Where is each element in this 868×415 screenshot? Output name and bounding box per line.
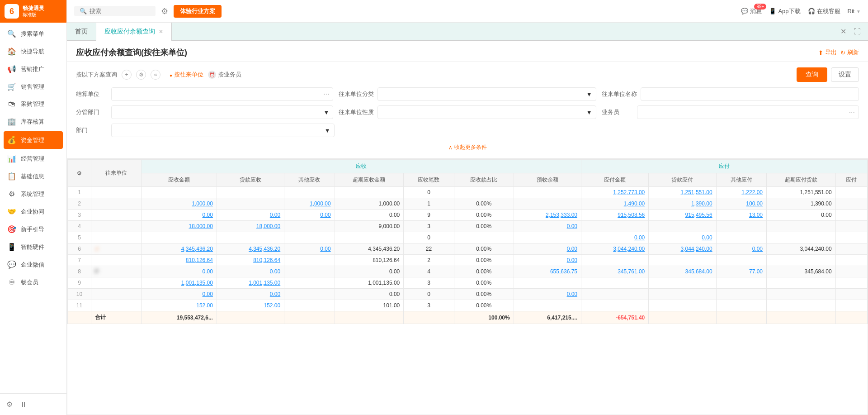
marketing-icon: 📢 bbox=[7, 65, 16, 73]
collapse-label: 收起更多条件 bbox=[454, 143, 487, 151]
sidebar-item-basic[interactable]: 📋基础信息 bbox=[0, 167, 66, 185]
sidebar-item-label-search: 搜索菜单 bbox=[21, 30, 44, 38]
table-row: 10 0.00 0.00 0.00 0 0.00% 0.00 bbox=[68, 289, 868, 300]
yewuyuan-input[interactable]: ··· bbox=[637, 105, 859, 119]
bumen-label: 部门 bbox=[76, 126, 108, 134]
corp-icon: 🤝 bbox=[7, 207, 16, 216]
th-gear[interactable]: ⚙ bbox=[68, 160, 91, 187]
laiwei-fenlei-input[interactable]: ▼ bbox=[377, 87, 596, 101]
page-settings-button[interactable]: 设置 bbox=[831, 67, 859, 82]
app-label: App下载 bbox=[778, 7, 800, 15]
query-button[interactable]: 查询 bbox=[797, 67, 827, 82]
service-icon: 🎧 bbox=[808, 8, 815, 14]
message-button[interactable]: 💬 消息 99+ bbox=[741, 7, 762, 15]
online-service-button[interactable]: 🎧 在线客服 bbox=[808, 7, 840, 15]
purchase-icon: 🛍 bbox=[7, 100, 16, 108]
header-search-box[interactable]: 🔍 bbox=[74, 6, 156, 16]
logo-icon: 6 bbox=[5, 4, 19, 19]
yewuyuan-label: 业务员 bbox=[602, 108, 633, 116]
bumen-input[interactable]: ▼ bbox=[111, 124, 335, 137]
sidebar-item-member[interactable]: ♾畅会员 bbox=[0, 273, 66, 291]
sidebar-item-label-purchase: 采购管理 bbox=[21, 100, 44, 108]
sidebar-bottom: ⚙ ⏸ bbox=[0, 393, 66, 415]
th-unit: 往来单位 bbox=[91, 160, 142, 187]
footer-ar-ratio: 100.00% bbox=[454, 311, 514, 324]
sidebar-collapse-button[interactable]: ⏸ bbox=[18, 399, 29, 410]
table-row: 4 18,000.00 18,000.00 9,000.00 3 0.00% 0… bbox=[68, 221, 868, 232]
sidebar-item-corp[interactable]: 🤝企业协同 bbox=[0, 203, 66, 220]
scheme-by-staff-label: 按业务员 bbox=[218, 71, 241, 79]
export-label: 导出 bbox=[825, 48, 837, 57]
tab-home[interactable]: 首页 bbox=[67, 23, 96, 41]
table-row: 7 810,126.64 810,126.64 810,126.64 2 0.0… bbox=[68, 255, 868, 266]
sidebar-item-system[interactable]: ⚙系统管理 bbox=[0, 185, 66, 203]
filter-row-2: 分管部门 ▼ 往来单位性质 ▼ 业务员 ··· bbox=[76, 105, 859, 119]
table-row: 5 0 0.00 0.00 bbox=[68, 232, 868, 243]
th-ap-amount: 应付金额 bbox=[581, 173, 649, 187]
tab-ar-ap-label: 应收应付余额查询 bbox=[104, 28, 155, 36]
settings-icon[interactable]: ⚙ bbox=[161, 6, 168, 16]
table-row: 8 P 0.00 0.00 0.00 4 0.00% 655,636.75 34… bbox=[68, 266, 868, 277]
sales-icon: 🛒 bbox=[7, 82, 16, 91]
sidebar-item-inventory[interactable]: 🏢库存核算 bbox=[0, 113, 66, 130]
table-row: 11 152.00 152.00 101.00 3 0.00% bbox=[68, 300, 868, 311]
th-ar-other: 其他应收 bbox=[284, 173, 335, 187]
chevron-fenlei-icon: ▼ bbox=[586, 91, 592, 98]
inventory-icon: 🏢 bbox=[7, 117, 16, 126]
filter-settings-button[interactable]: ⚙ bbox=[136, 70, 146, 80]
jiesuan-input[interactable]: ··· bbox=[111, 87, 333, 101]
footer-ar-loan bbox=[217, 311, 284, 324]
footer-ar-overdue bbox=[335, 311, 404, 324]
sidebar-item-guide[interactable]: 🎯新手引导 bbox=[0, 220, 66, 238]
filter-schemes: ● 按往来单位 ⏰ 按业务员 bbox=[170, 71, 241, 79]
th-ar-count: 应收笔数 bbox=[404, 173, 454, 187]
header-right: 💬 消息 99+ 📱 App下载 🎧 在线客服 Rit ▼ bbox=[741, 7, 861, 15]
refresh-button[interactable]: ↻ 刷新 bbox=[840, 48, 859, 57]
export-button[interactable]: ⬆ 导出 bbox=[818, 48, 837, 57]
table-row: 1 0 1,252,773.00 1,251,551.00 1,222.00 1… bbox=[68, 187, 868, 198]
fenguan-input[interactable]: ▼ bbox=[111, 105, 333, 119]
chevron-xingzhi-icon: ▼ bbox=[586, 109, 592, 116]
tab-close-icon[interactable]: ✕ bbox=[159, 29, 163, 35]
basic-icon: 📋 bbox=[7, 172, 16, 181]
business-icon: 📊 bbox=[7, 154, 16, 163]
search-input[interactable] bbox=[90, 8, 144, 14]
collapse-more-button[interactable]: ∧ 收起更多条件 bbox=[76, 142, 859, 153]
sidebar-item-quick[interactable]: 🏠快捷导航 bbox=[0, 43, 66, 60]
export-icon: ⬆ bbox=[818, 49, 823, 56]
user-profile[interactable]: Rit ▼ bbox=[848, 8, 861, 14]
th-ar-group: 应收 bbox=[142, 160, 581, 173]
scheme-by-unit[interactable]: ● 按往来单位 bbox=[170, 71, 203, 79]
filter-collapse-button[interactable]: « bbox=[151, 70, 160, 80]
sidebar-item-business[interactable]: 📊经营管理 bbox=[0, 150, 66, 167]
sidebar-item-wechat[interactable]: 💬企业微信 bbox=[0, 256, 66, 273]
sidebar-item-label-business: 经营管理 bbox=[21, 155, 44, 163]
chevron-down-icon: ▼ bbox=[856, 9, 861, 14]
header: 🔍 ⚙ 体验行业方案 💬 消息 99+ 📱 App下载 🎧 在线客服 Rit ▼ bbox=[67, 0, 868, 23]
sidebar-item-finance[interactable]: 💰资金管理 bbox=[4, 131, 63, 149]
sidebar-item-label-hardware: 智能硬件 bbox=[21, 243, 44, 251]
page-header: 应收应付余额查询(按往来单位) ⬆ 导出 ↻ 刷新 bbox=[67, 41, 868, 62]
sidebar-item-purchase[interactable]: 🛍采购管理 bbox=[0, 95, 66, 113]
sidebar-item-hardware[interactable]: 📱智能硬件 bbox=[0, 238, 66, 256]
collapse-icon: ∧ bbox=[448, 144, 453, 151]
footer-ar-prepay: 6,417,215.... bbox=[514, 311, 581, 324]
tab-expand-button[interactable]: ⛶ bbox=[852, 26, 863, 38]
message-icon: 💬 bbox=[741, 8, 748, 14]
sidebar-item-sales[interactable]: 🛒销售管理 bbox=[0, 78, 66, 95]
tab-close-button[interactable]: ✕ bbox=[839, 25, 848, 38]
laiwei-name-input[interactable] bbox=[641, 87, 859, 101]
filter-field-yewuyuan: 业务员 ··· bbox=[602, 105, 859, 119]
sidebar-settings-button[interactable]: ⚙ bbox=[5, 398, 14, 410]
tab-ar-ap[interactable]: 应收应付余额查询 ✕ bbox=[96, 23, 172, 41]
promo-button[interactable]: 体验行业方案 bbox=[174, 5, 222, 18]
scheme-by-staff[interactable]: ⏰ 按业务员 bbox=[208, 71, 241, 79]
th-ap-other: 其他应付 bbox=[716, 173, 766, 187]
page-title: 应收应付余额查询(按往来单位) bbox=[76, 47, 187, 58]
laiwei-xingzhi-input[interactable]: ▼ bbox=[377, 105, 596, 119]
filter-add-button[interactable]: + bbox=[122, 70, 132, 80]
app-download-button[interactable]: 📱 App下载 bbox=[769, 7, 800, 15]
sidebar-item-search[interactable]: 🔍搜索菜单 bbox=[0, 25, 66, 43]
sidebar-item-label-member: 畅会员 bbox=[21, 278, 38, 286]
sidebar-item-marketing[interactable]: 📢营销推广 bbox=[0, 60, 66, 78]
